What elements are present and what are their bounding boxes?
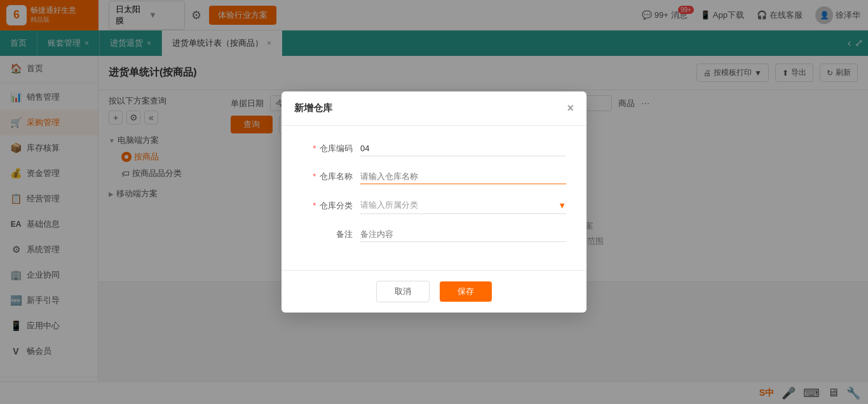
name-input[interactable] (360, 169, 566, 184)
category-dropdown-icon: ▼ (558, 201, 566, 210)
new-warehouse-modal: 新增仓库 × * 仓库编码 * 仓库名称 (281, 91, 587, 313)
save-btn[interactable]: 保存 (440, 281, 492, 302)
note-input[interactable] (360, 227, 566, 242)
form-row-name: * 仓库名称 (302, 169, 566, 184)
cancel-btn[interactable]: 取消 (376, 281, 430, 302)
modal-body: * 仓库编码 * 仓库名称 * 仓库分类 请输入 (281, 126, 587, 270)
name-label: * 仓库名称 (302, 171, 353, 182)
category-label: * 仓库分类 (302, 200, 353, 212)
code-input[interactable] (360, 141, 566, 156)
modal-header: 新增仓库 × (281, 91, 587, 126)
category-required: * (313, 201, 316, 210)
category-select[interactable]: 请输入所属分类 ▼ (360, 197, 566, 214)
category-placeholder: 请输入所属分类 (360, 199, 418, 211)
modal-overlay: 新增仓库 × * 仓库编码 * 仓库名称 (0, 0, 868, 404)
form-row-category: * 仓库分类 请输入所属分类 ▼ (302, 197, 566, 214)
code-label: * 仓库编码 (302, 143, 353, 154)
name-required: * (313, 172, 316, 181)
note-label: 备注 (302, 229, 353, 240)
code-required: * (313, 144, 316, 153)
form-row-code: * 仓库编码 (302, 141, 566, 156)
modal-title: 新增仓库 (294, 102, 332, 114)
form-row-note: 备注 (302, 227, 566, 242)
modal-footer: 取消 保存 (281, 270, 587, 313)
modal-close-btn[interactable]: × (567, 102, 574, 115)
